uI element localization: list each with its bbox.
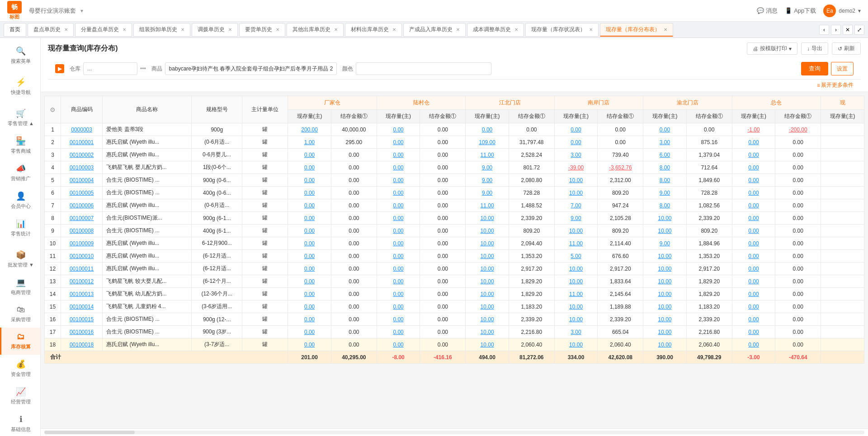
cell-lucun-qty[interactable]: 0.00 [377, 313, 420, 326]
cell-nanan-qty[interactable]: 9.00 [554, 212, 598, 225]
cell-factory-qty[interactable]: 0.00 [288, 237, 331, 250]
cell-factory-qty[interactable]: 0.00 [288, 300, 331, 313]
cell-code[interactable]: 00100006 [61, 199, 103, 212]
cell-yubei-qty[interactable]: 10.00 [643, 313, 687, 326]
cell-total-qty[interactable]: 0.00 [732, 149, 775, 161]
cell-yubei-qty[interactable]: 6.00 [643, 149, 687, 161]
cell-jiangbei-qty[interactable]: 10.00 [466, 313, 509, 326]
export-button[interactable]: ↓ 导出 [801, 42, 828, 55]
cell-total-qty[interactable]: 0.00 [732, 187, 775, 199]
cell-lucun-qty[interactable]: 0.00 [377, 300, 420, 313]
cell-yubei-qty[interactable]: 10.00 [643, 225, 687, 237]
cell-code[interactable]: 00100005 [61, 187, 103, 199]
cell-factory-qty[interactable]: 0.00 [288, 187, 331, 199]
cell-code[interactable]: 00100009 [61, 237, 103, 250]
tab-product-inbound[interactable]: 产成品入库单历史 ✕ [403, 23, 466, 37]
cell-total-qty[interactable]: 0.00 [732, 313, 775, 326]
cell-nanan-qty[interactable]: 10.00 [554, 300, 598, 313]
sidebar-item-retail-stats[interactable]: 📊 零售统计 [0, 214, 40, 242]
cell-nanan-qty[interactable]: 10.00 [554, 275, 598, 288]
sidebar-item-finance[interactable]: 💰 资金管理 [0, 355, 40, 382]
cell-factory-qty[interactable]: 200.00 [288, 123, 331, 136]
cell-jiangbei-qty[interactable]: 10.00 [466, 275, 509, 288]
cell-code[interactable]: 00100016 [61, 326, 103, 338]
app-download-button[interactable]: 📱 App下载 [785, 7, 816, 15]
cell-jiangbei-qty[interactable]: 9.00 [466, 174, 509, 187]
message-button[interactable]: 💬 消息 [757, 7, 778, 15]
filter-toggle-button[interactable]: ▶ [55, 64, 64, 73]
cell-total-qty[interactable]: 0.00 [732, 174, 775, 187]
cell-nanan-qty[interactable]: 10.00 [554, 313, 598, 326]
tab-other-outbound[interactable]: 其他出库单历史 ✕ [287, 23, 344, 37]
cell-total-qty[interactable]: 0.00 [732, 275, 775, 288]
cell-lucun-qty[interactable]: 0.00 [377, 326, 420, 338]
cell-yubei-qty[interactable]: 9.00 [643, 237, 687, 250]
company-dropdown-icon[interactable]: ▾ [80, 8, 83, 14]
cell-factory-qty[interactable]: 0.00 [288, 313, 331, 326]
cell-yubei-qty[interactable]: 0.00 [643, 123, 687, 136]
cell-total-qty[interactable]: 0.00 [732, 225, 775, 237]
cell-code[interactable]: 00100014 [61, 300, 103, 313]
cell-nanan-qty[interactable]: 0.00 [554, 123, 598, 136]
close-icon[interactable]: ✕ [64, 27, 68, 32]
cell-code[interactable]: 00100008 [61, 225, 103, 237]
cell-total-qty[interactable]: 0.00 [732, 288, 775, 300]
cell-lucun-qty[interactable]: 0.00 [377, 161, 420, 174]
scroll-thumb[interactable] [44, 431, 135, 434]
cell-code[interactable]: 00100002 [61, 149, 103, 161]
close-icon[interactable]: ✕ [181, 27, 184, 32]
sidebar-item-members[interactable]: 👤 会员中心 [0, 187, 40, 214]
cell-code[interactable]: 00100001 [61, 136, 103, 149]
setting-button[interactable]: 设置 [831, 62, 854, 75]
cell-code[interactable]: 00100003 [61, 161, 103, 174]
company-name[interactable]: 母婴行业演示账套 [29, 7, 76, 15]
cell-factory-qty[interactable]: 0.00 [288, 212, 331, 225]
cell-lucun-qty[interactable]: 0.00 [377, 263, 420, 275]
cell-total-qty[interactable]: 0.00 [732, 250, 775, 263]
close-icon[interactable]: ✕ [664, 27, 667, 32]
cell-nanan-qty[interactable]: 10.00 [554, 225, 598, 237]
cell-yubei-qty[interactable]: 9.00 [643, 187, 687, 199]
tab-inventory-distribution[interactable]: 现存量（库存分布表） ✕ [600, 23, 673, 37]
cell-jiangbei-qty[interactable]: 10.00 [466, 237, 509, 250]
cell-lucun-qty[interactable]: 0.00 [377, 149, 420, 161]
cell-jiangbei-qty[interactable]: 0.00 [466, 123, 509, 136]
cell-lucun-qty[interactable]: 0.00 [377, 123, 420, 136]
logo-area[interactable]: 畅 标图 [7, 1, 22, 20]
cell-nanan-qty[interactable]: 7.00 [554, 199, 598, 212]
cell-factory-qty[interactable]: 0.00 [288, 263, 331, 275]
goods-input[interactable] [165, 62, 337, 75]
cell-lucun-qty[interactable]: 0.00 [377, 225, 420, 237]
sidebar-item-purchase[interactable]: 🛍 采购管理 [0, 300, 40, 328]
close-icon[interactable]: ✕ [589, 27, 593, 32]
cell-yubei-qty[interactable]: 10.00 [643, 212, 687, 225]
close-icon[interactable]: ✕ [123, 27, 126, 32]
cell-yubei-qty[interactable]: 10.00 [643, 288, 687, 300]
cell-total-qty[interactable]: 0.00 [732, 300, 775, 313]
cell-yubei-qty[interactable]: 8.00 [643, 199, 687, 212]
cell-code[interactable]: 00100012 [61, 275, 103, 288]
sidebar-item-retail[interactable]: 🛒 零售管理 ▲ [0, 104, 40, 131]
cell-nanan-qty[interactable]: 0.00 [554, 136, 598, 149]
close-icon[interactable]: ✕ [392, 27, 396, 32]
refresh-button[interactable]: ↺ 刷新 [832, 42, 861, 55]
cell-yubei-qty[interactable]: 10.00 [643, 300, 687, 313]
cell-lucun-qty[interactable]: 0.00 [377, 288, 420, 300]
tab-assembly[interactable]: 组装拆卸单历史 ✕ [133, 23, 190, 37]
cell-factory-qty[interactable]: 0.00 [288, 288, 331, 300]
cell-code[interactable]: 00100013 [61, 288, 103, 300]
sidebar-item-wholesale[interactable]: 📦 批发管理 ▼ [0, 245, 40, 273]
th-settings[interactable]: ⚙ [45, 96, 61, 123]
cell-jiangbei-qty[interactable]: 10.00 [466, 250, 509, 263]
cell-code[interactable]: 00100010 [61, 250, 103, 263]
sidebar-item-inventory[interactable]: 🗂 库存核算 [0, 328, 40, 355]
cell-jiangbei-qty[interactable]: 10.00 [466, 300, 509, 313]
user-area[interactable]: Ea demo2 ▾ [823, 5, 861, 17]
cell-factory-qty[interactable]: 0.00 [288, 275, 331, 288]
cell-factory-qty[interactable]: 0.00 [288, 338, 331, 351]
sidebar-item-search[interactable]: 🔍 搜索英单 [0, 42, 40, 69]
tab-sub-inventory[interactable]: 分量盘点单历史 ✕ [75, 23, 132, 37]
print-button[interactable]: 🖨 按模版打印 ▾ [747, 42, 797, 55]
sidebar-item-ecommerce[interactable]: 💻 电商管理 [0, 273, 40, 300]
sidebar-item-basic-info[interactable]: ℹ 基础信息 [0, 410, 40, 436]
